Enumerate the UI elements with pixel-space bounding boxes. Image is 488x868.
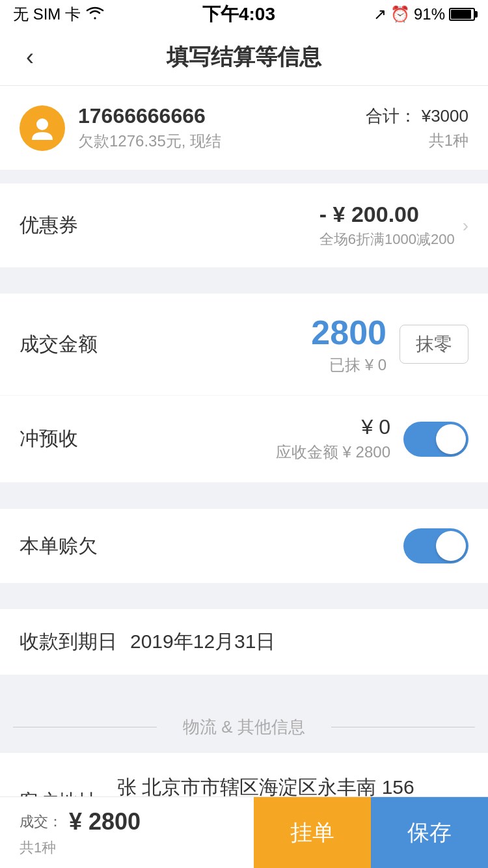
total-count: 共1种 xyxy=(366,130,468,151)
save-button[interactable]: 保存 xyxy=(371,797,488,868)
bottom-count: 共1种 xyxy=(20,838,234,858)
wifi-icon xyxy=(86,5,104,23)
charge-sub: 应收金额 ¥ 2800 xyxy=(276,442,390,463)
customer-total: 合计： ¥3000 共1种 xyxy=(366,105,468,151)
bottom-summary: 成交： ¥ 2800 共1种 xyxy=(0,797,254,868)
battery-percent: 91% xyxy=(414,5,445,23)
battery-icon xyxy=(449,8,475,21)
divider-3 xyxy=(0,596,488,609)
status-time: 下午4:03 xyxy=(202,2,275,27)
coupon-row[interactable]: 优惠券 - ¥ 200.00 全场6折满1000减200 › xyxy=(0,183,488,267)
sim-status: 无 SIM 卡 xyxy=(13,4,81,25)
charge-row: 冲预收 ¥ 0 应收金额 ¥ 2800 xyxy=(0,396,488,483)
alarm-icon: ⏰ xyxy=(390,5,410,23)
charge-amount-block: ¥ 0 应收金额 ¥ 2800 xyxy=(276,415,390,463)
deal-sub: 已抹 ¥ 0 xyxy=(311,355,386,375)
customer-row: 17666666666 欠款1276.35元, 现结 合计： ¥3000 共1种 xyxy=(0,86,488,170)
nav-bar: ‹ 填写结算等信息 xyxy=(0,29,488,86)
debt-row: 本单赊欠 xyxy=(0,509,488,583)
customer-sub: 欠款1276.35元, 现结 xyxy=(78,131,221,152)
pending-button[interactable]: 挂单 xyxy=(254,797,371,868)
divider-1 xyxy=(0,280,488,293)
divider-line-left xyxy=(13,727,157,727)
customer-phone: 17666666666 xyxy=(78,104,221,128)
charge-right: ¥ 0 应收金额 ¥ 2800 xyxy=(276,415,468,463)
customer-info: 17666666666 欠款1276.35元, 现结 xyxy=(20,104,221,152)
status-right: ↗ ⏰ 91% xyxy=(373,5,475,23)
charge-val: ¥ 0 xyxy=(276,415,390,439)
due-label: 收款到期日 xyxy=(20,629,117,655)
page-title: 填写结算等信息 xyxy=(167,42,321,72)
chevron-right-icon: › xyxy=(463,215,468,236)
total-label-text: 合计： xyxy=(366,106,416,126)
coupon-desc: 全场6折满1000减200 xyxy=(319,230,455,249)
due-row: 收款到期日 2019年12月31日 xyxy=(0,609,488,675)
due-date: 2019年12月31日 xyxy=(130,629,275,655)
deal-section: 成交金额 2800 已抹 ¥ 0 抹零 冲预收 ¥ 0 应收金额 ¥ 2800 xyxy=(0,293,488,483)
charge-label: 冲预收 xyxy=(20,426,78,452)
bottom-summary-label: 成交： xyxy=(20,812,62,832)
deal-label: 成交金额 xyxy=(20,331,98,358)
charge-toggle[interactable] xyxy=(403,422,468,457)
coupon-amount: - ¥ 200.00 xyxy=(319,202,455,227)
back-button[interactable]: ‹ xyxy=(20,37,40,77)
section-divider-text: 物流 & 其他信息 xyxy=(183,716,305,739)
deal-right: 2800 已抹 ¥ 0 抹零 xyxy=(311,313,468,375)
bottom-summary-main: 成交： ¥ 2800 xyxy=(20,808,234,835)
deal-row: 成交金额 2800 已抹 ¥ 0 抹零 xyxy=(0,293,488,396)
status-left: 无 SIM 卡 xyxy=(13,4,104,25)
debt-toggle[interactable] xyxy=(403,528,468,563)
debt-label: 本单赊欠 xyxy=(20,533,98,560)
avatar xyxy=(20,105,65,151)
toggle-knob xyxy=(436,424,466,454)
divider-2 xyxy=(0,496,488,509)
coupon-label: 优惠券 xyxy=(20,212,78,239)
debt-toggle-knob xyxy=(436,531,466,561)
round-off-button[interactable]: 抹零 xyxy=(400,325,468,364)
divider-4 xyxy=(0,688,488,701)
total-amount: ¥3000 xyxy=(422,106,468,126)
bottom-bar: 成交： ¥ 2800 共1种 挂单 保存 xyxy=(0,796,488,868)
location-icon: ↗ xyxy=(373,5,386,23)
svg-point-0 xyxy=(36,118,48,130)
divider-line-right xyxy=(331,727,475,727)
status-bar: 无 SIM 卡 下午4:03 ↗ ⏰ 91% xyxy=(0,0,488,29)
section-divider: 物流 & 其他信息 xyxy=(0,701,488,753)
deal-amount: 2800 xyxy=(311,313,386,352)
bottom-amount: ¥ 2800 xyxy=(69,808,141,835)
